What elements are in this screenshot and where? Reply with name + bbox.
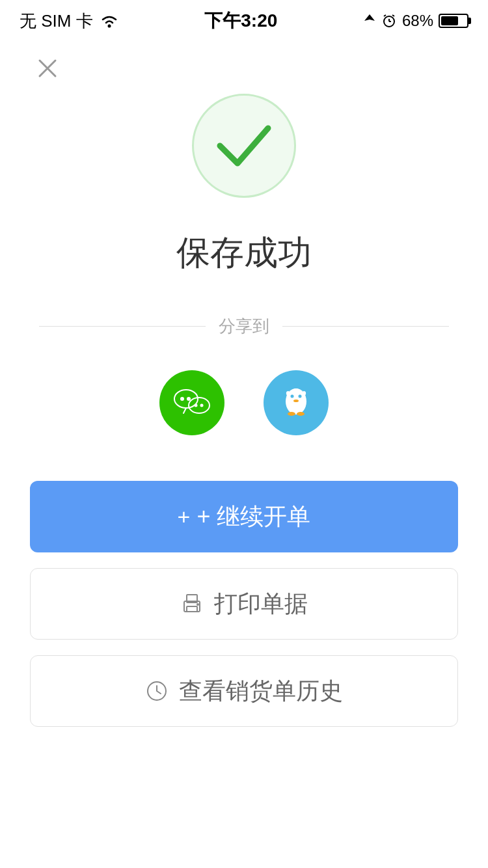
print-label: 打印单据 [214, 588, 308, 620]
wifi-icon [100, 14, 119, 28]
status-bar: 无 SIM 卡 下午3:20 68% [0, 0, 488, 42]
svg-point-11 [189, 398, 210, 413]
close-icon [36, 57, 59, 80]
share-divider: 分享到 [0, 315, 488, 338]
share-icons [159, 370, 329, 435]
svg-point-18 [293, 400, 299, 402]
battery-fill [441, 16, 458, 25]
svg-point-22 [297, 412, 305, 416]
divider-left [39, 326, 206, 327]
qq-icon [277, 383, 316, 422]
svg-point-0 [107, 25, 111, 28]
share-label: 分享到 [206, 315, 282, 338]
success-title: 保存成功 [176, 230, 312, 276]
svg-line-4 [384, 15, 386, 16]
svg-point-12 [195, 404, 198, 407]
svg-point-16 [291, 395, 294, 398]
location-icon [363, 13, 376, 29]
svg-point-10 [187, 397, 191, 401]
print-icon [180, 592, 204, 616]
svg-point-17 [299, 395, 302, 398]
history-icon [145, 679, 169, 703]
svg-point-13 [200, 404, 204, 407]
svg-point-26 [197, 603, 199, 606]
wechat-share-button[interactable] [159, 370, 224, 435]
continue-button[interactable]: + + 继续开单 [30, 481, 458, 552]
svg-point-9 [180, 397, 184, 401]
alarm-icon [381, 13, 397, 29]
print-button[interactable]: 打印单据 [30, 568, 458, 640]
battery-bar [439, 14, 468, 28]
continue-label: + 继续开单 [197, 501, 310, 533]
battery-percentage: 68% [402, 12, 433, 30]
status-time: 下午3:20 [204, 8, 277, 33]
checkmark-icon [215, 123, 273, 169]
svg-point-15 [288, 388, 304, 407]
action-buttons: + + 继续开单 打印单据 查看销货单历史 [0, 481, 488, 727]
main-content: 保存成功 分享到 [0, 42, 488, 727]
history-label: 查看销货单历史 [179, 675, 343, 707]
svg-rect-25 [187, 606, 197, 612]
history-button[interactable]: 查看销货单历史 [30, 655, 458, 727]
svg-line-5 [392, 15, 394, 16]
divider-right [282, 326, 449, 327]
status-carrier: 无 SIM 卡 [20, 10, 119, 33]
close-button[interactable] [31, 52, 64, 85]
carrier-text: 无 SIM 卡 [20, 10, 93, 33]
continue-icon: + [178, 504, 191, 530]
status-indicators: 68% [363, 12, 468, 30]
wechat-icon [172, 386, 212, 420]
success-circle [192, 94, 296, 198]
qq-share-button[interactable] [264, 370, 329, 435]
svg-point-21 [288, 412, 295, 416]
